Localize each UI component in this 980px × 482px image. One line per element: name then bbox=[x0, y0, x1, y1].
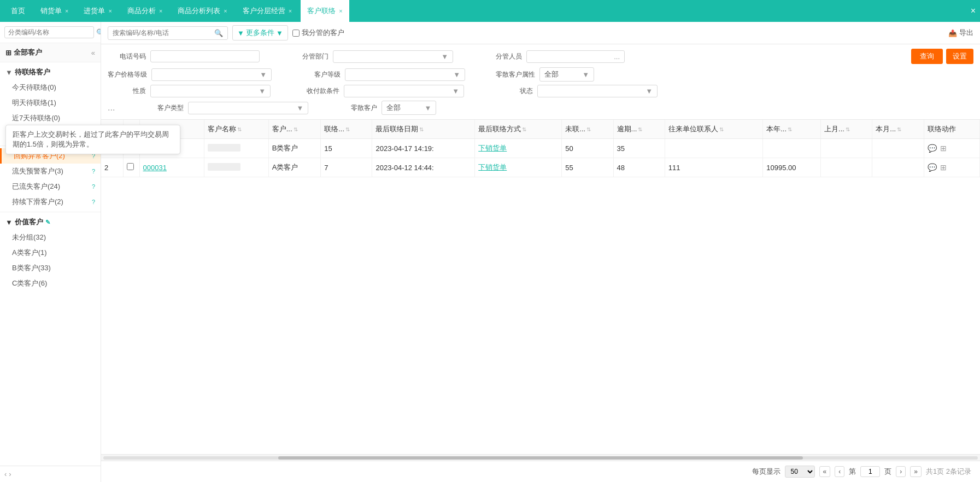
window-close-button[interactable]: × bbox=[971, 6, 976, 16]
more-filter-dots[interactable]: ... bbox=[108, 103, 115, 113]
already-lost-help-icon[interactable]: ? bbox=[92, 183, 95, 190]
nav-tab-purchase[interactable]: 进货单 × bbox=[77, 0, 118, 22]
purchase-tab-close[interactable]: × bbox=[108, 8, 112, 14]
status-select[interactable]: ▼ bbox=[537, 85, 658, 97]
grid-icon: ⊞ bbox=[5, 49, 11, 57]
my-customers-checkbox[interactable] bbox=[292, 30, 300, 37]
gender-select[interactable]: ▼ bbox=[150, 85, 271, 97]
nav-tab-sales[interactable]: 销货单 × bbox=[34, 0, 75, 22]
row2-contact-count: 7 bbox=[321, 158, 372, 177]
more-conditions-label: 更多条件 bbox=[246, 28, 274, 38]
per-page-select[interactable]: 50 100 200 bbox=[785, 466, 815, 478]
sidebar-item-declining[interactable]: 持续下滑客户(2) ? bbox=[0, 194, 101, 210]
product-analysis-list-tab-close[interactable]: × bbox=[224, 8, 227, 14]
sidebar-item-today[interactable]: 今天待联络(0) bbox=[0, 80, 101, 95]
row1-last-contact-method[interactable]: 下销货单 bbox=[475, 139, 562, 158]
row1-chat-icon[interactable]: 💬 bbox=[928, 144, 937, 153]
grade-select[interactable]: ▼ bbox=[345, 68, 465, 81]
price-grade-select[interactable]: ▼ bbox=[151, 68, 272, 81]
horizontal-scrollbar[interactable] bbox=[101, 454, 980, 461]
payment-label: 收付款条件 bbox=[301, 86, 339, 96]
row2-grid-icon[interactable]: ⊞ bbox=[940, 163, 947, 172]
search-input[interactable] bbox=[113, 29, 212, 37]
value-group-label: 价值客户 bbox=[15, 217, 43, 227]
last-page-button[interactable]: » bbox=[910, 466, 922, 477]
retail-attr-select[interactable]: 全部 ▼ bbox=[539, 67, 594, 82]
row2-last-contact-method[interactable]: 下销货单 bbox=[475, 158, 562, 177]
customer-segmentation-tab-close[interactable]: × bbox=[289, 8, 292, 14]
value-customer-group[interactable]: ▼ 价值客户 ✎ bbox=[0, 214, 101, 230]
first-page-button[interactable]: « bbox=[819, 466, 831, 477]
row2-index: 2 bbox=[101, 158, 123, 177]
nav-tab-product-analysis-list[interactable]: 商品分析列表 × bbox=[171, 0, 233, 22]
gender-label: 性质 bbox=[108, 86, 146, 96]
settings-button[interactable]: 设置 bbox=[946, 49, 973, 64]
declining-help-icon[interactable]: ? bbox=[92, 199, 95, 205]
filter-row-4: ... 客户类型 ▼ 零散客户 全部 ▼ bbox=[108, 101, 973, 115]
customer-type-select[interactable]: ▼ bbox=[188, 102, 308, 114]
sidebar-item-class-b[interactable]: B类客户(33) bbox=[0, 260, 101, 276]
pending-group-label: 待联络客户 bbox=[15, 67, 50, 77]
sidebar-search-input[interactable] bbox=[4, 26, 94, 38]
retail-value: 全部 bbox=[386, 103, 401, 113]
retail-select[interactable]: 全部 ▼ bbox=[382, 101, 436, 115]
sidebar-item-class-a[interactable]: A类客户(1) bbox=[0, 245, 101, 260]
filter-search-field[interactable]: 🔍 bbox=[108, 26, 228, 40]
row2-chat-icon[interactable]: 💬 bbox=[928, 163, 937, 172]
sidebar-bottom: ‹ › bbox=[0, 466, 101, 482]
scrollbar-track[interactable] bbox=[103, 456, 978, 460]
status-arrow: ▼ bbox=[645, 87, 653, 95]
nav-tab-customer-segmentation[interactable]: 客户分层经营 × bbox=[236, 0, 298, 22]
status-label: 状态 bbox=[495, 86, 533, 96]
sidebar-item-already-lost[interactable]: 已流失客户(24) ? bbox=[0, 179, 101, 194]
home-tab-label: 首页 bbox=[11, 6, 25, 16]
dept-select[interactable]: ▼ bbox=[333, 50, 453, 63]
sales-tab-close[interactable]: × bbox=[65, 8, 68, 14]
payment-select[interactable]: ▼ bbox=[344, 85, 464, 97]
gender-arrow: ▼ bbox=[259, 87, 266, 95]
th-contact-count: 联络...⇅ bbox=[321, 120, 372, 139]
product-analysis-tab-close[interactable]: × bbox=[159, 8, 162, 14]
sidebar-bottom-right-arrow[interactable]: › bbox=[9, 470, 11, 478]
row2-select-checkbox[interactable] bbox=[127, 163, 134, 170]
filter-search-icon[interactable]: 🔍 bbox=[214, 29, 223, 37]
sidebar-bottom-left-arrow[interactable]: ‹ bbox=[4, 470, 7, 478]
row2-last-month bbox=[821, 158, 872, 177]
row1-grid-icon[interactable]: ⊞ bbox=[940, 144, 947, 153]
pending-contact-group[interactable]: ▼ 待联络客户 bbox=[0, 65, 101, 80]
my-customers-checkbox-label[interactable]: 我分管的客户 bbox=[292, 28, 344, 38]
unclassified-label: 未分组(32) bbox=[12, 233, 95, 242]
row2-code[interactable]: 000031 bbox=[139, 158, 204, 177]
retail-attr-arrow: ▼ bbox=[582, 71, 589, 79]
nav-tab-customer-contact[interactable]: 客户联络 × bbox=[301, 0, 349, 22]
staff-select[interactable]: ... bbox=[526, 50, 625, 63]
sidebar-item-tomorrow[interactable]: 明天待联络(1) bbox=[0, 95, 101, 111]
query-button[interactable]: 查询 bbox=[911, 49, 943, 64]
scrollbar-thumb[interactable] bbox=[278, 456, 803, 460]
value-group-edit-icon[interactable]: ✎ bbox=[45, 219, 50, 226]
sidebar-item-class-c[interactable]: C类客户(6) bbox=[0, 276, 101, 291]
prev-page-button[interactable]: ‹ bbox=[835, 466, 844, 477]
page-number-input[interactable] bbox=[860, 466, 880, 477]
row2-checkbox[interactable] bbox=[123, 158, 139, 177]
lost-prediction-help-icon[interactable]: ? bbox=[92, 168, 95, 175]
customer-type-label: 客户类型 bbox=[145, 103, 184, 113]
sidebar-item-7days[interactable]: 近7天待联络(0) bbox=[0, 111, 101, 126]
customer-contact-tab-label: 客户联络 bbox=[307, 6, 336, 16]
customer-contact-tab-close[interactable]: × bbox=[339, 8, 342, 14]
filter-more-conditions-button[interactable]: ▼ 更多条件 ▼ bbox=[232, 25, 288, 40]
next-page-button[interactable]: › bbox=[896, 466, 906, 477]
staff-dots: ... bbox=[614, 53, 620, 61]
phone-input[interactable] bbox=[150, 50, 260, 62]
sidebar-item-unclassified[interactable]: 未分组(32) bbox=[0, 230, 101, 245]
export-label: 导出 bbox=[959, 28, 973, 38]
sidebar-search-icon[interactable]: 🔍 bbox=[96, 28, 101, 37]
nav-tab-product-analysis[interactable]: 商品分析 × bbox=[121, 0, 169, 22]
all-customers-title: ⊞ 全部客户 bbox=[5, 48, 42, 57]
sidebar-collapse-button[interactable]: « bbox=[91, 49, 95, 57]
export-button[interactable]: 📤 导出 bbox=[948, 28, 973, 38]
nav-tab-home[interactable]: 首页 bbox=[4, 0, 32, 22]
sidebar-item-lost-prediction[interactable]: 流失预警客户(3) ? bbox=[0, 164, 101, 179]
per-page-label: 每页显示 bbox=[752, 467, 781, 477]
pending-arrow-icon: ▼ bbox=[5, 68, 13, 77]
